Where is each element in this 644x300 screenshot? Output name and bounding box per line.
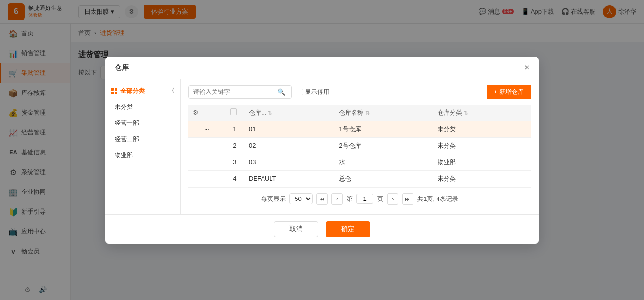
category-item-2[interactable]: 经营二部 [105, 131, 180, 147]
sort-code-icon[interactable]: ⇅ [268, 110, 272, 116]
pagination: 每页显示 50 ⏮ ‹ 第 页 › ⏭ 共1页, 4条记录 [188, 187, 531, 208]
row-3-name: 水 [334, 154, 433, 170]
per-page-label: 每页显示 [261, 195, 286, 203]
row-3-gear[interactable] [188, 154, 225, 170]
row-2-code: 02 [244, 137, 334, 154]
show-disabled-text: 显示停用 [305, 88, 330, 96]
page-next-button[interactable]: › [387, 193, 398, 205]
table-panel: 🔍 显示停用 + 新增仓库 ⚙ [181, 79, 539, 214]
table-head: ⚙ 仓库... ⇅ 仓库名称 ⇅ [188, 105, 531, 121]
grid-icon [111, 88, 117, 94]
row-4-category: 未分类 [433, 170, 531, 187]
row-1-num: 1 [225, 121, 244, 137]
row-1-gear[interactable]: ··· [188, 121, 225, 137]
sort-name-icon[interactable]: ⇅ [365, 110, 370, 116]
th-checkbox [225, 105, 244, 121]
row-1-name: 1号仓库 [334, 121, 433, 137]
th-category: 仓库分类 ⇅ [433, 105, 531, 121]
category-item-3[interactable]: 物业部 [105, 147, 180, 163]
row-3-category: 物业部 [433, 154, 531, 170]
per-page-select[interactable]: 50 [289, 193, 313, 204]
category-item-0[interactable]: 未分类 [105, 99, 180, 115]
row-2-category: 未分类 [433, 137, 531, 154]
search-input[interactable] [189, 86, 273, 98]
th-code: 仓库... ⇅ [244, 105, 334, 121]
row-4-code: DEFAULT [244, 170, 334, 187]
modal-footer: 取消 确定 [105, 214, 539, 244]
th-category-label: 仓库分类 [438, 109, 462, 116]
sort-category-icon[interactable]: ⇅ [464, 110, 468, 116]
row-4-name: 总仓 [334, 170, 433, 187]
table-row[interactable]: 2 02 2号仓库 未分类 [188, 137, 531, 154]
row-2-name: 2号仓库 [334, 137, 433, 154]
add-warehouse-button[interactable]: + 新增仓库 [487, 85, 531, 99]
confirm-button[interactable]: 确定 [326, 221, 370, 237]
warehouse-modal: 仓库 × 全部分类 《 未分类 经营一部 经营二部 物业部 [105, 57, 539, 244]
table-body: ··· 1 01 1号仓库 未分类 2 02 2号仓库 [188, 121, 531, 187]
page-label: 第 [347, 195, 353, 203]
row-1-category: 未分类 [433, 121, 531, 137]
page-input[interactable] [356, 194, 373, 204]
table-header-row: ⚙ 仓库... ⇅ 仓库名称 ⇅ [188, 105, 531, 121]
row-4-num: 4 [225, 170, 244, 187]
modal-close-button[interactable]: × [524, 63, 529, 72]
category-panel: 全部分类 《 未分类 经营一部 经营二部 物业部 [105, 79, 181, 214]
page-suffix: 页 [377, 195, 383, 203]
category-all-header[interactable]: 全部分类 《 [105, 83, 180, 99]
th-name-label: 仓库名称 [339, 109, 363, 116]
modal-overlay: 仓库 × 全部分类 《 未分类 经营一部 经营二部 物业部 [0, 0, 644, 300]
page-first-button[interactable]: ⏮ [316, 193, 328, 205]
table-container: ⚙ 仓库... ⇅ 仓库名称 ⇅ [188, 105, 531, 187]
row-3-num: 3 [225, 154, 244, 170]
search-button[interactable]: 🔍 [273, 86, 289, 98]
modal-title: 仓库 [115, 63, 129, 72]
modal-body: 全部分类 《 未分类 经营一部 经营二部 物业部 🔍 [105, 79, 539, 214]
page-prev-button[interactable]: ‹ [331, 193, 343, 205]
modal-header: 仓库 × [105, 57, 539, 79]
row-2-gear[interactable] [188, 137, 225, 154]
row-2-num: 2 [225, 137, 244, 154]
search-box: 🔍 [188, 85, 292, 99]
show-disabled-label[interactable]: 显示停用 [297, 88, 330, 96]
table-row[interactable]: 4 DEFAULT 总仓 未分类 [188, 170, 531, 187]
cancel-button[interactable]: 取消 [274, 221, 318, 237]
page-last-button[interactable]: ⏭ [402, 193, 413, 205]
warehouse-table: ⚙ 仓库... ⇅ 仓库名称 ⇅ [188, 105, 531, 187]
row-1-code: 01 [244, 121, 334, 137]
table-row[interactable]: 3 03 水 物业部 [188, 154, 531, 170]
category-item-1[interactable]: 经营一部 [105, 115, 180, 131]
select-all-checkbox[interactable] [230, 108, 237, 115]
th-code-label: 仓库... [249, 109, 266, 116]
th-name: 仓库名称 ⇅ [334, 105, 433, 121]
row-3-code: 03 [244, 154, 334, 170]
page-total-info: 共1页, 4条记录 [417, 195, 458, 203]
table-row[interactable]: ··· 1 01 1号仓库 未分类 [188, 121, 531, 137]
show-disabled-checkbox[interactable] [297, 89, 303, 95]
row-4-gear[interactable] [188, 170, 225, 187]
th-gear: ⚙ [188, 105, 225, 121]
collapse-arrow-icon: 《 [169, 87, 174, 95]
table-toolbar: 🔍 显示停用 + 新增仓库 [188, 85, 531, 99]
category-all-label: 全部分类 [120, 87, 145, 95]
